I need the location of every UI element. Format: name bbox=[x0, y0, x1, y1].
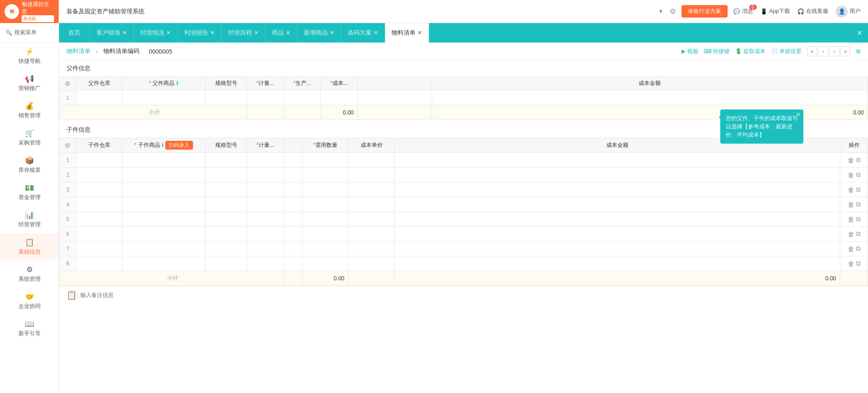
child-cell-qty-2[interactable] bbox=[302, 168, 349, 182]
tab-goods-close[interactable]: ✕ bbox=[286, 30, 290, 36]
child-cell-unit-5[interactable] bbox=[247, 212, 284, 227]
child-cell-unitcost-8[interactable] bbox=[349, 256, 395, 271]
child-cell-unit-8[interactable] bbox=[247, 256, 284, 271]
parent-cell-spec-1[interactable] bbox=[205, 91, 247, 105]
child-cell-extra-6[interactable] bbox=[284, 227, 302, 242]
tooltip-close-button[interactable]: ✕ bbox=[796, 111, 801, 118]
child-cell-spec-3[interactable] bbox=[205, 182, 247, 197]
child-delete-5[interactable]: 🗑 bbox=[848, 215, 854, 223]
tab-history-close[interactable]: ✕ bbox=[254, 30, 259, 36]
child-delete-4[interactable]: 🗑 bbox=[848, 200, 854, 208]
child-copy-1[interactable]: ⧉ bbox=[856, 156, 861, 164]
nav-prev[interactable]: ‹ bbox=[818, 46, 828, 56]
parent-cell-produce-1[interactable] bbox=[284, 91, 321, 105]
child-cell-extra-8[interactable] bbox=[284, 256, 302, 271]
shortcut-button[interactable]: ⌨ 快捷键 bbox=[704, 48, 729, 55]
nav-next[interactable]: › bbox=[829, 46, 839, 56]
sidebar-item-purchase[interactable]: 🛒 采购管理 bbox=[0, 124, 59, 151]
tab-profit-close[interactable]: ✕ bbox=[210, 30, 215, 36]
child-cell-extra-3[interactable] bbox=[284, 182, 302, 197]
child-cell-unitcost-6[interactable] bbox=[349, 227, 395, 242]
child-copy-7[interactable]: ⧉ bbox=[856, 245, 861, 253]
child-cell-warehouse-6[interactable] bbox=[76, 227, 122, 242]
tab-barcode-close[interactable]: ✕ bbox=[374, 30, 378, 36]
child-cell-costamt-3[interactable] bbox=[395, 182, 840, 197]
child-cell-spec-1[interactable] bbox=[205, 153, 247, 168]
child-cell-extra-2[interactable] bbox=[284, 168, 302, 182]
child-cell-unitcost-4[interactable] bbox=[349, 197, 395, 212]
child-cell-product-8[interactable] bbox=[122, 256, 205, 271]
parent-cell-costamt-1[interactable] bbox=[432, 91, 868, 105]
sidebar-item-finance[interactable]: 💵 资金管理 bbox=[0, 179, 59, 206]
tab-bom-close[interactable]: ✕ bbox=[417, 30, 422, 36]
tab-new-goods[interactable]: 新增商品 ✕ bbox=[297, 23, 341, 42]
sidebar-item-management[interactable]: 📊 经营管理 bbox=[0, 206, 59, 233]
tab-profit[interactable]: 利润报告 ✕ bbox=[178, 23, 222, 42]
nav-next-next[interactable]: » bbox=[840, 46, 850, 56]
single-setting-button[interactable]: 📄 单据设置 bbox=[771, 48, 802, 55]
trial-button[interactable]: 体验行业方案 bbox=[681, 5, 728, 18]
child-cell-unit-3[interactable] bbox=[247, 182, 284, 197]
child-cell-product-1[interactable] bbox=[122, 153, 205, 168]
child-cell-unit-2[interactable] bbox=[247, 168, 284, 182]
child-delete-7[interactable]: 🗑 bbox=[848, 245, 854, 253]
child-cell-warehouse-3[interactable] bbox=[76, 182, 122, 197]
child-cell-warehouse-4[interactable] bbox=[76, 197, 122, 212]
tab-operation-close[interactable]: ✕ bbox=[166, 30, 171, 36]
extract-cost-button[interactable]: 💲 提取成本 bbox=[735, 48, 766, 55]
message-button[interactable]: 💬 消息 6 bbox=[733, 7, 753, 15]
sidebar-item-enterprise[interactable]: 🤝 企业协同 bbox=[0, 288, 59, 315]
child-cell-extra-1[interactable] bbox=[284, 153, 302, 168]
tab-new-goods-close[interactable]: ✕ bbox=[330, 30, 334, 36]
child-cell-qty-4[interactable] bbox=[302, 197, 349, 212]
child-copy-4[interactable]: ⧉ bbox=[856, 200, 861, 208]
parent-cell-extra-1[interactable] bbox=[358, 91, 432, 105]
parent-cell-unit-1[interactable] bbox=[247, 91, 284, 105]
child-cell-product-4[interactable] bbox=[122, 197, 205, 212]
child-cell-unitcost-7[interactable] bbox=[349, 242, 395, 256]
nav-prev-prev[interactable]: « bbox=[807, 46, 817, 56]
tab-bom[interactable]: 物料清单 ✕ bbox=[385, 23, 429, 42]
settings-icon[interactable]: ⚙ bbox=[669, 7, 676, 16]
child-cell-costamt-6[interactable] bbox=[395, 227, 840, 242]
parent-cell-warehouse-1[interactable] bbox=[76, 91, 122, 105]
child-delete-1[interactable]: 🗑 bbox=[848, 156, 854, 164]
sidebar-item-quick-nav[interactable]: ⚡ 快捷导航 bbox=[0, 42, 59, 70]
user-menu[interactable]: 👤 用户 bbox=[836, 6, 861, 18]
system-dropdown-arrow[interactable]: ▼ bbox=[658, 8, 664, 15]
child-cell-warehouse-5[interactable] bbox=[76, 212, 122, 227]
child-cell-costamt-4[interactable] bbox=[395, 197, 840, 212]
sidebar-item-system[interactable]: ⚙ 系统管理 bbox=[0, 260, 59, 288]
grid-view-button[interactable]: ⊞ bbox=[856, 48, 861, 54]
child-cell-unit-7[interactable] bbox=[247, 242, 284, 256]
child-cell-product-3[interactable] bbox=[122, 182, 205, 197]
child-cell-extra-7[interactable] bbox=[284, 242, 302, 256]
child-cell-qty-3[interactable] bbox=[302, 182, 349, 197]
child-cell-product-2[interactable] bbox=[122, 168, 205, 182]
tab-goods[interactable]: 商品 ✕ bbox=[265, 23, 297, 42]
tab-customer-close[interactable]: ✕ bbox=[122, 30, 127, 36]
child-cell-product-6[interactable] bbox=[122, 227, 205, 242]
child-cell-unitcost-1[interactable] bbox=[349, 153, 395, 168]
child-cell-extra-4[interactable] bbox=[284, 197, 302, 212]
tab-customer[interactable]: 客户联络 ✕ bbox=[90, 23, 134, 42]
child-cell-unit-1[interactable] bbox=[247, 153, 284, 168]
breadcrumb-parent[interactable]: 物料清单 bbox=[66, 47, 90, 55]
tabs-close-all[interactable]: ✕ bbox=[851, 29, 868, 37]
child-cell-costamt-5[interactable] bbox=[395, 212, 840, 227]
child-cell-costamt-1[interactable] bbox=[395, 153, 840, 168]
tab-home[interactable]: 首页 bbox=[59, 23, 90, 42]
sidebar-item-guide[interactable]: 📖 新手引导 bbox=[0, 315, 59, 342]
child-cell-warehouse-7[interactable] bbox=[76, 242, 122, 256]
child-copy-5[interactable]: ⧉ bbox=[856, 215, 861, 223]
child-cell-spec-5[interactable] bbox=[205, 212, 247, 227]
child-cell-unit-6[interactable] bbox=[247, 227, 284, 242]
child-copy-6[interactable]: ⧉ bbox=[856, 230, 861, 238]
child-cell-spec-4[interactable] bbox=[205, 197, 247, 212]
child-delete-2[interactable]: 🗑 bbox=[848, 171, 854, 179]
child-cell-unitcost-5[interactable] bbox=[349, 212, 395, 227]
child-cell-product-5[interactable] bbox=[122, 212, 205, 227]
child-cell-unit-4[interactable] bbox=[247, 197, 284, 212]
scan-input-button[interactable]: 扫码录入 bbox=[165, 141, 193, 150]
child-copy-3[interactable]: ⧉ bbox=[856, 186, 861, 193]
